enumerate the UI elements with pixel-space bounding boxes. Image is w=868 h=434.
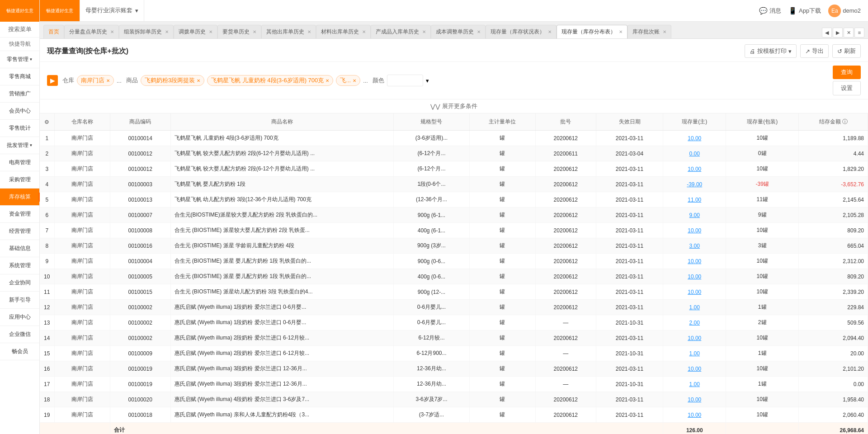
tab-inventory-dist[interactable]: 现存量（库存分布表） ✕ — [557, 25, 627, 38]
cell-qty-main[interactable]: 1.00 — [663, 377, 726, 392]
filter-toggle-btn[interactable]: ▶ — [47, 75, 58, 86]
sidebar-item-inventory[interactable]: 库存核算 — [0, 189, 39, 206]
tab-adjust-history[interactable]: 调拨单历史 ✕ — [174, 25, 217, 38]
tab-close-requisition[interactable]: ✕ — [253, 29, 256, 34]
product-tag-1-remove[interactable]: ✕ — [197, 78, 200, 83]
col-settings[interactable]: ⚙ — [40, 113, 54, 131]
product-tag-2[interactable]: 飞鹤星飞帆 儿童奶粉 4段(3-6岁适用) 700克 ✕ — [207, 75, 333, 86]
warehouse-tag-remove[interactable]: ✕ — [106, 78, 110, 83]
table-row: 11 南岸门店 00100015 合生元 (BIOSTIME) 派星幼儿配方奶粉… — [40, 284, 868, 300]
product-more-btn[interactable]: ... — [363, 77, 368, 84]
tab-close-material-out[interactable]: ✕ — [362, 29, 366, 34]
tab-close-cost-adjust[interactable]: ✕ — [477, 29, 481, 34]
cell-qty-main[interactable]: 10.00 — [663, 361, 726, 377]
cell-qty-main[interactable]: 10.00 — [663, 407, 726, 423]
sidebar-search[interactable]: 搜索菜单 — [0, 22, 39, 38]
cell-expire: 2021-03-11 — [596, 392, 663, 407]
tab-close-inv-dist[interactable]: ✕ — [619, 29, 623, 34]
cell-warehouse: 南岸门店 — [54, 361, 110, 377]
sidebar-item-system[interactable]: 系统管理 — [0, 257, 39, 274]
product-tag-3-remove[interactable]: ✕ — [353, 78, 356, 83]
tab-other-out[interactable]: 其他出库单历史 ✕ — [261, 25, 316, 38]
cell-warehouse: 南岸门店 — [54, 161, 110, 177]
sidebar-item-operations[interactable]: 经营管理 — [0, 223, 39, 240]
tab-inventory-status[interactable]: 现存量（库存状况表） ✕ — [486, 25, 557, 38]
cell-qty-main[interactable]: -39.00 — [663, 177, 726, 192]
cell-unit: 罐 — [469, 346, 535, 361]
sidebar-item-basic[interactable]: 基础信息 — [0, 240, 39, 257]
tab-product-in[interactable]: 产成品入库单历史 ✕ — [371, 25, 431, 38]
cell-qty-main[interactable]: 3.00 — [663, 238, 726, 254]
sidebar-item-retail[interactable]: 零售管理 — [0, 51, 39, 68]
cell-qty-main[interactable]: 10.00 — [663, 131, 726, 146]
refresh-btn[interactable]: ↺ 刷新 — [832, 44, 861, 58]
expand-conditions-btn[interactable]: ⋁⋁ 展开更多条件 — [430, 102, 477, 110]
sidebar-item-purchase[interactable]: 采购管理 — [0, 171, 39, 189]
sidebar-item-corpwechat[interactable]: 企业微信 — [0, 326, 39, 343]
sidebar-item-newguide[interactable]: 新手引导 — [0, 292, 39, 309]
sidebar-item-corp[interactable]: 企业协同 — [0, 274, 39, 292]
cell-batch: 20200612 — [536, 269, 596, 284]
sidebar-item-retail-stats[interactable]: 零售统计 — [0, 120, 39, 137]
cell-qty-main[interactable]: 10.00 — [663, 254, 726, 269]
tab-split-history[interactable]: 分量盘点单历史 ✕ — [64, 25, 119, 38]
sidebar-item-ecommerce[interactable]: 电商管理 — [0, 154, 39, 171]
tab-material-out[interactable]: 材料出库单历史 ✕ — [316, 25, 371, 38]
tab-unpack-history[interactable]: 组装拆卸单历史 ✕ — [119, 25, 174, 38]
sidebar-item-appcenter[interactable]: 应用中心 — [0, 309, 39, 326]
tab-close-product-in[interactable]: ✕ — [422, 29, 426, 34]
tab-menu-btn[interactable]: ≡ — [854, 28, 864, 38]
tab-cost-adjust[interactable]: 成本调整单历史 ✕ — [431, 25, 486, 38]
setting-btn[interactable]: 设置 — [833, 81, 861, 95]
color-input[interactable] — [387, 75, 423, 86]
cell-warehouse: 南岸门店 — [54, 407, 110, 423]
sidebar-item-member[interactable]: 会员中心 — [0, 103, 39, 120]
cell-qty-main[interactable]: 10.00 — [663, 223, 726, 238]
product-tag-3[interactable]: 飞... ✕ — [336, 75, 360, 86]
cell-qty-main[interactable]: 9.00 — [663, 208, 726, 223]
tab-close-inv-status[interactable]: ✕ — [548, 29, 552, 34]
warehouse-tag[interactable]: 南岸门店 ✕ — [77, 75, 114, 86]
sidebar-item-retail-mall[interactable]: 零售商城 — [0, 68, 39, 85]
template-print-btn[interactable]: 🖨 按模板打印 ▾ — [745, 44, 797, 58]
tab-close-batch[interactable]: ✕ — [663, 29, 666, 34]
export-btn[interactable]: ↗ 导出 — [800, 44, 829, 58]
cell-qty-main[interactable]: 0.00 — [663, 146, 726, 161]
tab-requisition-history[interactable]: 要货单历史 ✕ — [217, 25, 261, 38]
cell-qty-main[interactable]: 10.00 — [663, 330, 726, 346]
tab-close-split[interactable]: ✕ — [110, 29, 114, 34]
cell-no: 3 — [40, 161, 54, 177]
sidebar-item-finance[interactable]: 资金管理 — [0, 206, 39, 223]
cell-qty-main[interactable]: 10.00 — [663, 392, 726, 407]
tab-next-btn[interactable]: ▶ — [833, 28, 843, 38]
warehouse-more-btn[interactable]: ... — [117, 77, 122, 84]
tab-close-other-out[interactable]: ✕ — [307, 29, 311, 34]
topbar-messages[interactable]: 💬 消息 — [759, 7, 781, 15]
cell-qty-main[interactable]: 10.00 — [663, 284, 726, 300]
sidebar-quick-nav[interactable]: 快捷导航 — [0, 38, 39, 51]
cell-qty-main[interactable]: 1.00 — [663, 346, 726, 361]
cell-qty-main[interactable]: 10.00 — [663, 269, 726, 284]
topbar-account-dropdown[interactable]: 母婴行业演示账套 ▾ — [80, 0, 144, 22]
cell-qty-main[interactable]: 10.00 — [663, 161, 726, 177]
product-tag-2-remove[interactable]: ✕ — [326, 78, 329, 83]
tab-close-unpack[interactable]: ✕ — [165, 29, 169, 34]
cell-qty-main[interactable]: 1.00 — [663, 300, 726, 315]
topbar-user-info[interactable]: Ea demo2 — [828, 5, 861, 17]
tab-close-all-btn[interactable]: ✕ — [844, 28, 854, 38]
product-tag-1[interactable]: 飞鹤奶粉3段两提装 ✕ — [141, 75, 204, 86]
sidebar-item-vip[interactable]: 畅会员 — [0, 343, 39, 360]
topbar-app-download[interactable]: 📱 App下载 — [788, 7, 821, 15]
cell-qty-main[interactable]: 2.00 — [663, 315, 726, 330]
summary-label — [40, 423, 110, 434]
tab-batch-account[interactable]: 库存批次账 ✕ — [627, 25, 671, 38]
query-btn[interactable]: 查询 — [833, 66, 861, 79]
cell-qty-main[interactable]: 11.00 — [663, 192, 726, 208]
tab-close-adjust[interactable]: ✕ — [209, 29, 212, 34]
cell-unit: 罐 — [469, 177, 535, 192]
tab-prev-btn[interactable]: ◀ — [822, 28, 832, 38]
tab-home[interactable]: 首页 — [43, 25, 64, 38]
sidebar-item-wholesale[interactable]: 批发管理 — [0, 137, 39, 154]
summary-qty-main: 126.00 — [663, 423, 726, 434]
sidebar-item-marketing[interactable]: 营销推广 — [0, 85, 39, 103]
